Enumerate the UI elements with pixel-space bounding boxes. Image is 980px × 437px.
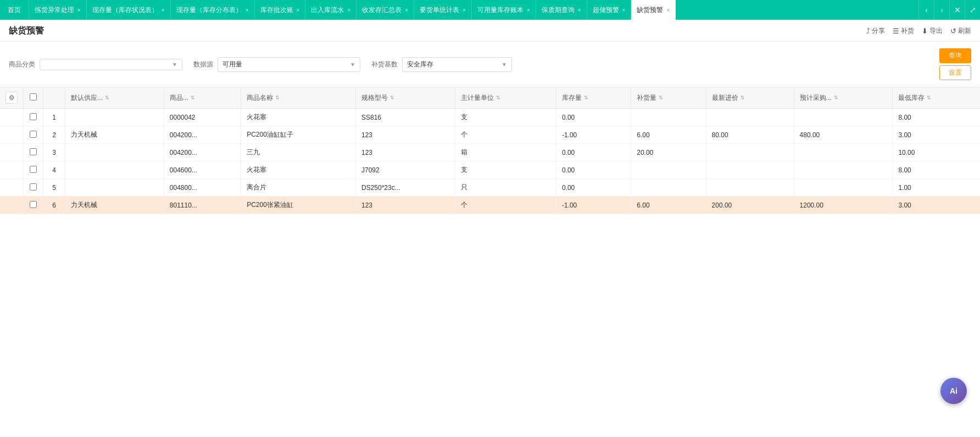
row-checkbox-cell[interactable] — [24, 197, 43, 214]
replenish-basis-select[interactable]: 安全库存 ▼ — [402, 57, 512, 72]
row-checkbox-3[interactable] — [30, 148, 37, 155]
row-checkbox-cell[interactable] — [24, 161, 43, 179]
table-row[interactable]: 3 004200... 三九 123 箱 0.00 20.00 10.00 — [0, 144, 980, 161]
row-checkbox-1[interactable] — [30, 113, 37, 120]
nav-tab-5-close[interactable]: × — [347, 7, 350, 13]
col-header-settings[interactable]: ⚙ — [0, 87, 24, 109]
nav-prev-btn[interactable]: ‹ — [918, 0, 934, 20]
nav-next-btn[interactable]: › — [934, 0, 949, 20]
col-header-latest-price[interactable]: 最新进价 ⇅ — [706, 87, 794, 109]
nav-tab-11[interactable]: 缺货预警 × — [631, 0, 676, 20]
row-checkbox-cell[interactable] — [24, 144, 43, 161]
export-button[interactable]: ⬇ 导出 — [922, 26, 943, 36]
nav-tab-6[interactable]: 收发存汇总表 × — [357, 0, 414, 20]
nav-tab-8[interactable]: 可用量库存账本 × — [472, 0, 536, 20]
nav-tab-11-close[interactable]: × — [666, 7, 670, 13]
sort-spec[interactable]: 规格型号 ⇅ — [361, 93, 449, 103]
category-select[interactable]: ▼ — [40, 59, 182, 70]
row-checkbox-2[interactable] — [30, 131, 37, 138]
col-header-replenish[interactable]: 补货量 ⇅ — [631, 87, 706, 109]
row-stock-cell: 0.00 — [556, 144, 631, 161]
col-header-checkbox[interactable] — [24, 87, 43, 109]
row-checkbox-6[interactable] — [30, 201, 37, 208]
sort-min-stock-icon: ⇅ — [927, 95, 931, 100]
nav-tab-9-close[interactable]: × — [578, 7, 581, 13]
share-button[interactable]: ⤴ 分享 — [866, 26, 885, 36]
nav-tab-4[interactable]: 库存批次账 × — [255, 0, 306, 20]
table-row[interactable]: 6 力天机械 801110... PC200张紧油缸 123 个 -1.00 6… — [0, 197, 980, 214]
ai-assistant-badge[interactable]: Ai — [940, 378, 967, 404]
nav-tab-3[interactable]: 现存量（库存分布表） × — [171, 0, 255, 20]
sort-est-purchase[interactable]: 预计采购... ⇅ — [800, 93, 887, 103]
col-header-name[interactable]: 商品名称 ⇅ — [241, 87, 356, 109]
nav-tab-1[interactable]: 拣货异常处理 × — [29, 0, 87, 20]
nav-tab-5[interactable]: 出入库流水 × — [305, 0, 357, 20]
select-all-checkbox[interactable] — [30, 93, 37, 100]
sort-unit[interactable]: 主计量单位 ⇅ — [461, 93, 550, 103]
nav-tab-4-close[interactable]: × — [297, 7, 300, 13]
col-header-est-purchase[interactable]: 预计采购... ⇅ — [794, 87, 893, 109]
col-header-code[interactable]: 商品... ⇅ — [164, 87, 241, 109]
table-header-row: ⚙ 默认供应... ⇅ 商品... — [0, 87, 980, 109]
col-header-min-stock[interactable]: 最低库存 ⇅ — [893, 87, 980, 109]
table-row[interactable]: 2 力天机械 004200... PC200油缸缸子 123 个 -1.00 6… — [0, 126, 980, 144]
nav-tab-6-close[interactable]: × — [405, 7, 408, 13]
nav-tab-7-close[interactable]: × — [463, 7, 466, 13]
sort-replenish[interactable]: 补货量 ⇅ — [637, 93, 700, 103]
sort-name-icon: ⇅ — [275, 95, 280, 100]
row-min-stock-cell: 3.00 — [893, 197, 980, 214]
refresh-button[interactable]: ↺ 刷新 — [950, 26, 971, 36]
nav-tab-1-label: 拣货异常处理 — [35, 5, 74, 15]
row-checkbox-5[interactable] — [30, 183, 37, 191]
table-row[interactable]: 4 004600... 火花塞 J7092 支 0.00 8.00 — [0, 161, 980, 179]
row-checkbox-cell[interactable] — [24, 109, 43, 126]
refresh-icon: ↺ — [950, 27, 956, 35]
row-unit-cell: 箱 — [455, 144, 556, 161]
col-header-stock[interactable]: 库存量 ⇅ — [556, 87, 631, 109]
nav-tab-7[interactable]: 要货单统计表 × — [414, 0, 472, 20]
row-code-cell: 0000042 — [164, 109, 241, 126]
col-header-spec[interactable]: 规格型号 ⇅ — [356, 87, 455, 109]
nav-home[interactable]: 首页 — [0, 0, 29, 20]
sort-supplier[interactable]: 默认供应... ⇅ — [71, 93, 158, 103]
nav-tab-2-label: 现存量（库存状况表） — [92, 5, 158, 15]
sort-name[interactable]: 商品名称 ⇅ — [247, 93, 350, 103]
replenish-icon: ☰ — [893, 27, 899, 35]
row-settings-cell — [0, 126, 24, 144]
row-replenish-cell — [631, 161, 706, 179]
nav-tab-8-close[interactable]: × — [527, 7, 530, 13]
row-spec-cell: SS816 — [356, 109, 455, 126]
row-checkbox-4[interactable] — [30, 166, 37, 173]
col-header-unit[interactable]: 主计量单位 ⇅ — [455, 87, 556, 109]
sort-stock[interactable]: 库存量 ⇅ — [562, 93, 625, 103]
column-settings-gear[interactable]: ⚙ — [5, 92, 18, 104]
settings-button[interactable]: 设置 — [939, 65, 971, 80]
nav-tab-10[interactable]: 超储预警 × — [587, 0, 632, 20]
nav-tab-3-close[interactable]: × — [246, 7, 249, 13]
table-row[interactable]: 1 0000042 火花塞 SS816 支 0.00 8.00 — [0, 109, 980, 126]
sort-code[interactable]: 商品... ⇅ — [170, 93, 235, 103]
col-unit-label: 主计量单位 — [461, 93, 494, 103]
query-button[interactable]: 查询 — [939, 48, 971, 63]
table-row[interactable]: 5 004800... 离合片 DS250*23c... 只 0.00 1.00 — [0, 179, 980, 197]
nav-tab-9[interactable]: 保质期查询 × — [536, 0, 587, 20]
nav-expand-btn[interactable]: ⤢ — [965, 0, 980, 20]
nav-close-btn[interactable]: ✕ — [949, 0, 965, 20]
row-checkbox-cell[interactable] — [24, 179, 43, 197]
replenish-button[interactable]: ☰ 补货 — [893, 26, 914, 36]
nav-tab-10-label: 超储预警 — [593, 5, 619, 15]
nav-tab-1-close[interactable]: × — [77, 7, 81, 13]
row-spec-cell: 123 — [356, 144, 455, 161]
nav-tab-10-close[interactable]: × — [622, 7, 626, 13]
row-code-cell: 004800... — [164, 179, 241, 197]
nav-tab-2[interactable]: 现存量（库存状况表） × — [87, 0, 171, 20]
row-name-cell: 火花塞 — [241, 109, 356, 126]
sort-min-stock[interactable]: 最低库存 ⇅ — [898, 93, 975, 103]
nav-tab-2-close[interactable]: × — [162, 7, 165, 13]
sort-latest-price[interactable]: 最新进价 ⇅ — [712, 93, 788, 103]
row-settings-cell — [0, 179, 24, 197]
col-header-supplier[interactable]: 默认供应... ⇅ — [65, 87, 164, 109]
row-unit-cell: 支 — [455, 109, 556, 126]
datasource-select[interactable]: 可用量 ▼ — [218, 57, 360, 72]
row-checkbox-cell[interactable] — [24, 126, 43, 144]
